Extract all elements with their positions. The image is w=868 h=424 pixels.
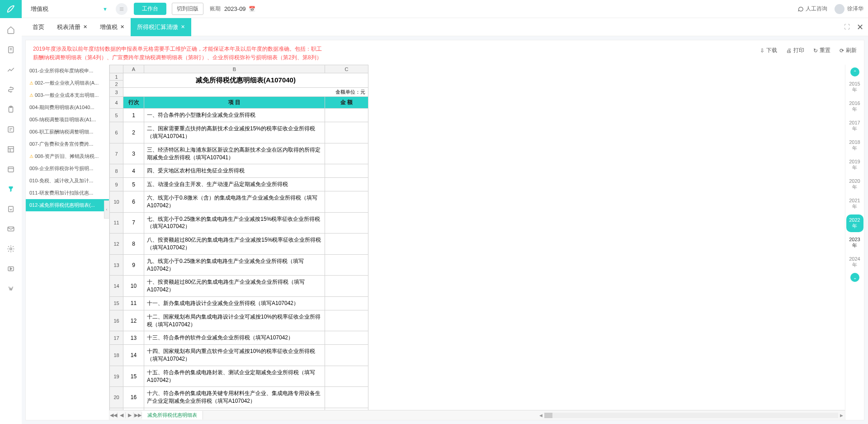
amount-cell[interactable] <box>325 366 368 387</box>
item-cell[interactable]: 十、投资额超过80亿元的集成电路生产企业减免企业所得税（填写A107042） <box>144 276 325 297</box>
close-all-icon[interactable]: ✕ <box>857 22 863 32</box>
row-number[interactable]: 5 <box>123 178 144 191</box>
item-cell[interactable]: 十六、符合条件的集成电路关键专用材料生产企业、集成电路专用设备生产企业定期减免企… <box>144 387 325 408</box>
item-cell[interactable]: 六、线宽小于0.8微米（含）的集成电路生产企业减免企业所得税（填写A107042… <box>144 191 325 212</box>
col-header-b[interactable]: B <box>144 65 325 73</box>
amount-cell[interactable] <box>325 310 368 331</box>
year-2020年[interactable]: 2020年 <box>846 176 863 193</box>
year-up-icon[interactable]: ⌃ <box>850 67 859 76</box>
row-number[interactable]: 2 <box>123 122 144 143</box>
row-number[interactable]: 7 <box>123 212 144 233</box>
row-number[interactable]: 16 <box>123 387 144 408</box>
item-cell[interactable]: 四、受灾地区农村信用社免征企业所得税 <box>144 164 325 178</box>
download-button[interactable]: ⇩ 下载 <box>760 47 777 54</box>
year-2022年[interactable]: 2022年 <box>846 214 863 232</box>
form-list-item[interactable]: 005-纳税调整项目明细表(A1... <box>26 114 109 126</box>
col-header-a[interactable]: A <box>123 65 144 73</box>
item-cell[interactable]: 十五、符合条件的集成电路封装、测试企业定期减免企业所得税（填写A107042） <box>144 366 325 387</box>
amount-cell[interactable] <box>325 233 368 255</box>
amount-cell[interactable] <box>325 178 368 191</box>
amount-cell[interactable] <box>325 276 368 297</box>
amount-cell[interactable] <box>325 191 368 212</box>
company-dropdown[interactable]: 增值税 ▼ <box>26 5 112 13</box>
amount-cell[interactable] <box>325 331 368 345</box>
row-number[interactable]: 4 <box>123 164 144 178</box>
item-cell[interactable]: 一、符合条件的小型微利企业减免企业所得税 <box>144 109 325 122</box>
row-number[interactable]: 6 <box>123 191 144 212</box>
row-number[interactable]: 15 <box>123 366 144 387</box>
nav-report-icon[interactable] <box>0 121 22 138</box>
row-number[interactable]: 12 <box>123 310 144 331</box>
workspace-button[interactable]: 工作台 <box>134 3 166 15</box>
list-button[interactable] <box>116 3 127 15</box>
tab-首页[interactable]: 首页 <box>26 18 51 36</box>
form-list-item[interactable]: 004-期间费用明细表(A1040... <box>26 101 109 114</box>
row-number[interactable]: 13 <box>123 331 144 345</box>
form-list-item[interactable]: 010-免税、减计收入及加计... <box>26 175 109 187</box>
amount-cell[interactable] <box>325 296 368 310</box>
expand-icon[interactable]: ⛶ <box>844 24 850 30</box>
form-list-item[interactable]: 001-企业所得税年度纳税申... <box>26 65 109 77</box>
form-list-item[interactable]: 007-广告费和业务宣传费跨... <box>26 138 109 150</box>
tab-税表清册[interactable]: 税表清册✕ <box>51 18 94 36</box>
row-number[interactable]: 14 <box>123 345 144 366</box>
nav-archive-icon[interactable] <box>0 201 22 217</box>
item-cell[interactable]: 五、动漫企业自主开发、生产动漫产品定期减免企业所得税 <box>144 178 325 191</box>
amount-cell[interactable] <box>325 345 368 366</box>
sheet-nav-last[interactable]: ▶▶ <box>134 412 142 418</box>
user-menu[interactable]: 徐泽华 <box>835 4 863 14</box>
item-cell[interactable]: 三、经济特区和上海浦东新区新设立的高新技术企业在区内取得的所得定期减免企业所得税… <box>144 143 325 164</box>
close-icon[interactable]: ✕ <box>120 24 124 30</box>
reset-button[interactable]: ↻ 重置 <box>813 47 830 54</box>
nav-template-icon[interactable] <box>0 141 22 157</box>
refresh-button[interactable]: ⟳ 刷新 <box>840 47 857 54</box>
amount-cell[interactable] <box>325 122 368 143</box>
form-list-item[interactable]: ⚠002-一般企业收入明细表(A... <box>26 77 109 89</box>
amount-cell[interactable] <box>325 143 368 164</box>
close-icon[interactable]: ✕ <box>83 24 87 30</box>
item-cell[interactable]: 九、线宽小于0.25微米的集成电路生产企业减免企业所得税（填写A107042） <box>144 254 325 276</box>
sheet-table[interactable]: A B C 1减免所得税优惠明细表(A107040) 2 3金额单位：元 4 行… <box>109 65 368 410</box>
year-2018年[interactable]: 2018年 <box>846 137 863 154</box>
calendar-icon[interactable]: 📅 <box>249 6 255 12</box>
nav-money-icon[interactable] <box>0 81 22 98</box>
amount-cell[interactable] <box>325 254 368 276</box>
nav-settings-icon[interactable] <box>0 241 22 257</box>
item-cell[interactable]: 十四、国家规划布局内重点软件企业可减按10%的税率征收企业所得税（填写A1070… <box>144 345 325 366</box>
nav-home-icon[interactable] <box>0 22 22 38</box>
row-number[interactable]: 11 <box>123 296 144 310</box>
row-number[interactable]: 8 <box>123 233 144 255</box>
form-list-item[interactable]: 012-减免所得税优惠明细表(... <box>26 199 109 211</box>
close-icon[interactable]: ✕ <box>181 24 185 30</box>
nav-calendar-icon[interactable] <box>0 161 22 177</box>
year-2023年[interactable]: 2023年 <box>846 234 863 252</box>
row-number[interactable]: 10 <box>123 276 144 297</box>
item-cell[interactable]: 十二、国家规划布局内集成电路设计企业可减按10%的税率征收企业所得税（填写A10… <box>144 310 325 331</box>
item-cell[interactable]: 十三、符合条件的软件企业减免企业所得税（填写A107042） <box>144 331 325 345</box>
year-2016年[interactable]: 2016年 <box>846 98 863 115</box>
nav-chart-icon[interactable] <box>0 62 22 78</box>
nav-tax-icon[interactable] <box>0 181 22 197</box>
sheet-nav-next[interactable]: ▶ <box>126 412 134 418</box>
col-header-c[interactable]: C <box>325 65 368 73</box>
horizontal-scrollbar[interactable]: ◀ ▶ <box>203 413 845 418</box>
help-link[interactable]: 人工咨询 <box>797 5 827 13</box>
nav-doc-icon[interactable] <box>0 42 22 58</box>
form-list-item[interactable]: 009-企业所得税弥补亏损明... <box>26 162 109 175</box>
amount-cell[interactable] <box>325 164 368 178</box>
item-cell[interactable]: 十一、新办集成电路设计企业减免企业所得税（填写A107042） <box>144 296 325 310</box>
form-list-item[interactable]: ⚠008-资产折旧、摊销及纳税... <box>26 150 109 162</box>
item-cell[interactable]: 八、投资额超过80亿元的集成电路生产企业减按15%税率征收企业所得税（填写A10… <box>144 233 325 255</box>
tab-所得税汇算清缴[interactable]: 所得税汇算清缴✕ <box>131 18 191 36</box>
switch-old-button[interactable]: 切到旧版 <box>172 3 203 15</box>
sheet-tab-active[interactable]: 减免所得税优惠明细表 <box>142 411 203 419</box>
period-value[interactable]: 2023-09 <box>224 5 246 12</box>
form-list-item[interactable]: 011-研发费用加计扣除优惠... <box>26 187 109 199</box>
amount-cell[interactable] <box>325 212 368 233</box>
nav-vip-icon[interactable] <box>0 281 22 297</box>
sheet-nav-first[interactable]: ◀◀ <box>109 412 118 418</box>
form-list-item[interactable]: 006-职工薪酬纳税调整明细... <box>26 126 109 138</box>
year-2024年[interactable]: 2024年 <box>846 253 863 271</box>
row-number[interactable]: 1 <box>123 109 144 122</box>
year-down-icon[interactable]: ⌄ <box>850 273 859 282</box>
